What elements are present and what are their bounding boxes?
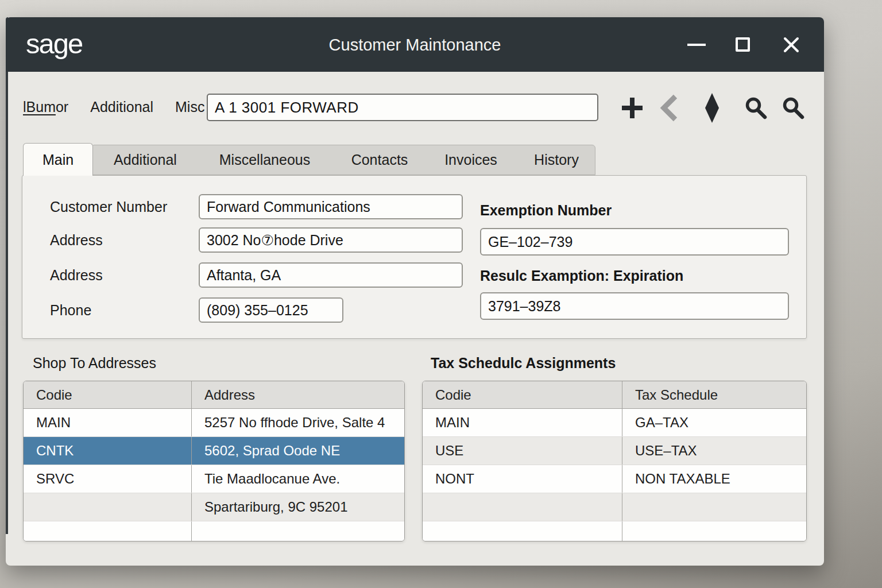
address1-field[interactable]	[199, 227, 463, 253]
table-row[interactable]: USE USE–TAX	[423, 437, 806, 465]
cell-address	[191, 521, 404, 541]
table-row[interactable]	[423, 493, 806, 521]
tab-strip: Additional Miscellaneous Contacts Invoic…	[92, 145, 595, 175]
phone-field[interactable]	[199, 297, 343, 323]
address2-label: Address	[50, 262, 103, 288]
main-tab-panel: Customer Number Address Address Phone Ex…	[22, 175, 807, 339]
menu-bar: lBumor Additional Misc	[23, 92, 204, 122]
diamond-button[interactable]	[697, 93, 728, 123]
cell-address: Tie Maadlocanue Ave.	[191, 465, 404, 493]
cell-address: 5257 No ffhode Drive, Salte 4	[191, 409, 404, 436]
phone-label: Phone	[50, 297, 91, 323]
column-header-address[interactable]: Address	[191, 381, 404, 408]
cell-code: CNTK	[24, 437, 191, 465]
cell-tax-schedule: NON TAXABLE	[622, 465, 806, 493]
plus-icon	[620, 96, 644, 120]
address2-field[interactable]	[199, 262, 463, 288]
ship-to-table-header: Codie Address	[24, 381, 404, 409]
tax-table-header: Codie Tax Schedule	[423, 381, 806, 409]
customer-number-label: Customer Number	[50, 194, 167, 219]
search-icon	[744, 96, 768, 120]
customer-lookup-input[interactable]	[207, 94, 598, 121]
menu-item-main-underlined: lBum	[23, 99, 56, 115]
close-button[interactable]	[774, 17, 808, 72]
tax-schedule-assignments-title: Tax Schedulc Assignments	[431, 355, 616, 372]
resale-exemption-expiration-label: Resulc Examption: Expiration	[480, 266, 683, 285]
cell-code	[24, 521, 191, 541]
tab-main[interactable]: Main	[23, 143, 93, 176]
column-header-code[interactable]: Codie	[423, 381, 622, 408]
table-row[interactable]: SRVC Tie Maadlocanue Ave.	[24, 465, 404, 493]
add-button[interactable]	[617, 93, 648, 123]
close-icon	[782, 35, 801, 55]
table-row[interactable]	[423, 521, 806, 541]
table-row[interactable]: Spartariburg, 9C 95201	[24, 493, 404, 521]
table-row-selected[interactable]: CNTK 5602, Sprad Oode NE	[24, 437, 404, 465]
cell-address: 5602, Sprad Oode NE	[191, 437, 404, 465]
search-icon	[781, 96, 805, 120]
customer-number-field[interactable]	[199, 194, 463, 219]
menu-item-misc[interactable]: Misc	[175, 99, 204, 115]
cell-code	[423, 493, 622, 521]
table-row[interactable]: MAIN GA–TAX	[423, 409, 806, 437]
minimize-button[interactable]	[679, 17, 714, 72]
tab-contacts[interactable]: Contacts	[351, 145, 408, 175]
cell-tax-schedule: GA–TAX	[622, 409, 806, 436]
cell-address: Spartariburg, 9C 95201	[191, 493, 404, 521]
exemption-number-field[interactable]	[480, 228, 789, 256]
table-row[interactable]: MAIN 5257 No ffhode Drive, Salte 4	[24, 409, 404, 437]
search-button-secondary[interactable]	[777, 93, 808, 123]
address1-label: Address	[50, 227, 103, 253]
cell-code: MAIN	[423, 409, 622, 436]
cell-code	[423, 521, 622, 541]
menu-item-main-rest: or	[56, 99, 68, 115]
minimize-icon	[687, 44, 706, 46]
previous-record-button[interactable]	[654, 93, 685, 123]
chevron-left-icon	[658, 94, 681, 122]
tab-history[interactable]: History	[534, 145, 579, 175]
cell-code: USE	[423, 437, 622, 465]
search-button[interactable]	[740, 93, 771, 123]
exemption-number-label: Exemption Number	[480, 201, 612, 219]
column-header-code[interactable]: Codie	[24, 381, 191, 408]
cell-tax-schedule	[622, 493, 806, 521]
customer-maintenance-window: sage Customer Maintonance lBumor Additio…	[6, 17, 824, 566]
cell-code: SRVC	[24, 465, 191, 493]
cell-code	[24, 493, 191, 521]
table-row[interactable]: NONT NON TAXABLE	[423, 465, 806, 493]
diamond-icon	[705, 92, 719, 124]
maximize-button[interactable]	[725, 17, 760, 72]
ship-to-table: Codie Address MAIN 5257 No ffhode Drive,…	[23, 381, 405, 541]
tab-miscellaneous[interactable]: Miscellaneous	[219, 145, 310, 175]
table-row[interactable]	[24, 521, 404, 541]
tab-invoices[interactable]: Invoices	[444, 145, 497, 175]
maximize-icon	[736, 37, 750, 52]
cell-tax-schedule	[622, 521, 806, 541]
title-bar: sage Customer Maintonance	[6, 17, 824, 72]
ship-to-addresses-title: Shop To Addresses	[33, 355, 156, 372]
resale-exemption-expiration-field[interactable]	[480, 292, 789, 320]
menu-item-additional[interactable]: Additional	[90, 99, 153, 115]
window-left-border	[6, 17, 8, 534]
cell-tax-schedule: USE–TAX	[622, 437, 806, 465]
cell-code: MAIN	[24, 409, 191, 436]
tax-schedule-table: Codie Tax Schedule MAIN GA–TAX USE USE–T…	[422, 381, 807, 541]
cell-code: NONT	[423, 465, 622, 493]
tab-additional[interactable]: Additional	[114, 145, 177, 175]
menu-item-main[interactable]: lBumor	[23, 99, 68, 115]
column-header-tax-schedule[interactable]: Tax Schedule	[622, 381, 806, 408]
